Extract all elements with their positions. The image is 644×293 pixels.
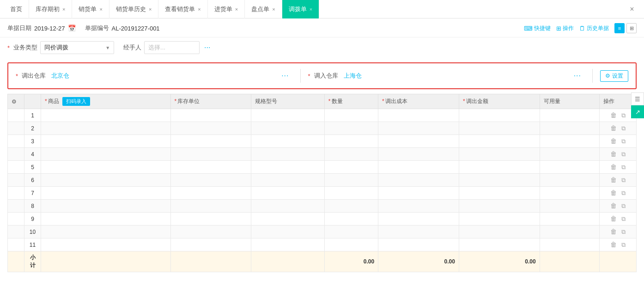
delete-icon-6[interactable]: 🗑 [610, 176, 617, 183]
history-button[interactable]: 🗒 历史单据 [579, 24, 609, 32]
row-unit-10[interactable] [170, 226, 251, 238]
tab-close-view-sales[interactable]: × [198, 6, 200, 12]
row-amount-7[interactable] [459, 187, 540, 200]
row-product-6[interactable] [41, 174, 171, 187]
tab-close-sales-history[interactable]: × [149, 6, 152, 12]
handler-input[interactable]: 选择... [144, 41, 200, 54]
table-scroll[interactable]: ⚙ *商品 扫码录入 *库存单位 规格型号 *数量 *调出成本 [7, 94, 637, 272]
row-available-10[interactable] [540, 226, 599, 238]
row-spec-5[interactable] [251, 161, 325, 174]
row-available-2[interactable] [540, 122, 599, 135]
copy-icon-8[interactable]: ⧉ [621, 202, 626, 209]
tab-close-inventory-count[interactable]: × [272, 6, 275, 12]
delete-icon-8[interactable]: 🗑 [610, 202, 617, 209]
row-unit-8[interactable] [170, 200, 251, 213]
row-product-10[interactable] [41, 226, 171, 238]
row-spec-7[interactable] [251, 187, 325, 200]
tab-transfer-order[interactable]: 调拨单 × [282, 0, 319, 18]
copy-icon-6[interactable]: ⧉ [621, 177, 626, 183]
row-qty-6[interactable] [324, 174, 378, 187]
delete-icon-7[interactable]: 🗑 [610, 189, 617, 196]
row-amount-11[interactable] [459, 238, 540, 251]
row-unit-3[interactable] [170, 135, 251, 148]
tab-home[interactable]: 首页 [4, 0, 29, 18]
row-qty-9[interactable] [324, 213, 378, 226]
delete-icon-4[interactable]: 🗑 [610, 150, 617, 158]
row-spec-4[interactable] [251, 148, 325, 161]
row-qty-1[interactable] [324, 109, 378, 122]
row-cost-7[interactable] [378, 187, 459, 200]
row-available-4[interactable] [540, 148, 599, 161]
row-cost-11[interactable] [378, 238, 459, 251]
row-available-6[interactable] [540, 174, 599, 187]
row-spec-6[interactable] [251, 174, 325, 187]
delete-icon-5[interactable]: 🗑 [610, 163, 617, 171]
row-available-1[interactable] [540, 109, 599, 122]
copy-icon-2[interactable]: ⧉ [621, 125, 626, 132]
delete-icon-10[interactable]: 🗑 [610, 228, 617, 235]
delete-icon-3[interactable]: 🗑 [610, 137, 617, 145]
row-product-5[interactable] [41, 161, 171, 174]
tab-sales-history[interactable]: 销货单历史 × [109, 0, 158, 18]
copy-icon-4[interactable]: ⧉ [621, 151, 626, 158]
layout-list-icon[interactable]: ≡ [614, 23, 625, 33]
row-product-2[interactable] [41, 122, 171, 135]
row-spec-3[interactable] [251, 135, 325, 148]
row-spec-1[interactable] [251, 109, 325, 122]
tab-view-sales[interactable]: 查看销货单 × [158, 0, 207, 18]
row-spec-8[interactable] [251, 200, 325, 213]
row-available-11[interactable] [540, 238, 599, 251]
calendar-icon[interactable]: 📅 [68, 24, 76, 32]
tab-inventory-init[interactable]: 库存期初 × [29, 0, 72, 18]
row-unit-11[interactable] [170, 238, 251, 251]
shortcut-button[interactable]: ⌨ 快捷键 [524, 24, 551, 32]
row-spec-11[interactable] [251, 238, 325, 251]
row-available-5[interactable] [540, 161, 599, 174]
row-product-4[interactable] [41, 148, 171, 161]
tab-close-purchase-order[interactable]: × [235, 6, 238, 12]
row-amount-5[interactable] [459, 161, 540, 174]
row-cost-10[interactable] [378, 226, 459, 238]
row-unit-4[interactable] [170, 148, 251, 161]
row-unit-6[interactable] [170, 174, 251, 187]
copy-icon-11[interactable]: ⧉ [621, 241, 626, 248]
warehouse-out-value[interactable]: 北京仓 [51, 72, 69, 80]
handler-more-button[interactable]: ··· [204, 43, 210, 52]
row-product-1[interactable] [41, 109, 171, 122]
row-product-3[interactable] [41, 135, 171, 148]
row-available-8[interactable] [540, 200, 599, 213]
row-cost-6[interactable] [378, 174, 459, 187]
tab-close-transfer-order[interactable]: × [310, 6, 312, 12]
tab-sales-order[interactable]: 销货单 × [72, 0, 109, 18]
row-amount-1[interactable] [459, 109, 540, 122]
window-close-button[interactable]: × [624, 1, 640, 18]
tab-purchase-order[interactable]: 进货单 × [208, 0, 245, 18]
row-spec-2[interactable] [251, 122, 325, 135]
row-cost-9[interactable] [378, 213, 459, 226]
layout-grid-icon[interactable]: ⊞ [626, 23, 637, 33]
delete-icon-9[interactable]: 🗑 [610, 215, 617, 222]
copy-icon-9[interactable]: ⧉ [621, 215, 626, 222]
row-unit-9[interactable] [170, 213, 251, 226]
copy-icon-3[interactable]: ⧉ [621, 138, 626, 145]
operation-button[interactable]: ⊞ 操作 [556, 24, 574, 32]
row-available-3[interactable] [540, 135, 599, 148]
row-amount-4[interactable] [459, 148, 540, 161]
delete-icon-2[interactable]: 🗑 [610, 124, 617, 132]
row-qty-4[interactable] [324, 148, 378, 161]
warehouse-out-more-button[interactable]: ··· [278, 72, 292, 80]
delete-icon-1[interactable]: 🗑 [610, 111, 617, 119]
sidebar-list-icon[interactable]: ☰ [631, 92, 644, 105]
row-cost-3[interactable] [378, 135, 459, 148]
date-value[interactable]: 2019-12-27 [34, 25, 65, 32]
copy-icon-1[interactable]: ⧉ [621, 112, 626, 119]
row-available-9[interactable] [540, 213, 599, 226]
warehouse-in-value[interactable]: 上海仓 [344, 72, 362, 80]
business-type-dropdown[interactable]: 同价调拨 ▼ [40, 41, 114, 54]
sidebar-export-icon[interactable]: ↗ [631, 105, 644, 118]
warehouse-in-more-button[interactable]: ··· [570, 72, 585, 80]
delete-icon-11[interactable]: 🗑 [610, 241, 617, 248]
row-cost-2[interactable] [378, 122, 459, 135]
row-qty-10[interactable] [324, 226, 378, 238]
row-unit-2[interactable] [170, 122, 251, 135]
